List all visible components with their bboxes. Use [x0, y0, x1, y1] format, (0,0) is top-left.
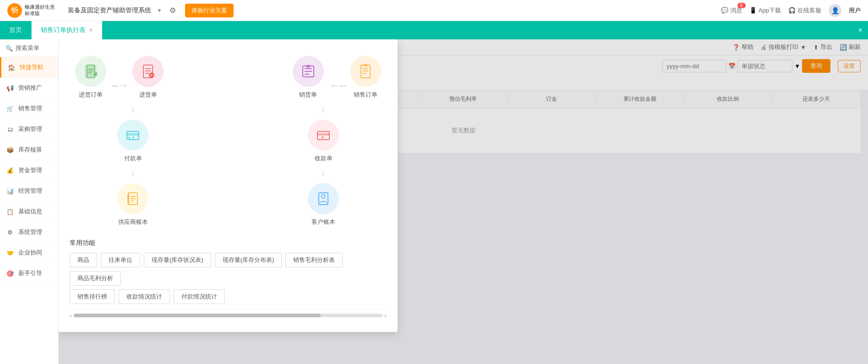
func-btn-partner[interactable]: 往来单位 [101, 253, 140, 267]
gear-icon[interactable]: ⚙ [169, 6, 176, 15]
sidebar-item-basic-info[interactable]: 📋 基础信息 [0, 201, 58, 222]
func-btn-sales-rank[interactable]: 销售排行榜 [70, 289, 115, 304]
sidebar: 🔍 搜索菜单 🏠 快捷导航 📢 营销推广 🛒 销售管理 🗂 采购管理 📦 库存核… [0, 39, 59, 364]
flow-item-sales-order[interactable]: 销售订单 [344, 50, 387, 104]
sidebar-item-newbie[interactable]: 🎯 新手引导 [0, 263, 58, 284]
svg-rect-21 [364, 64, 367, 67]
arrow-down-sales: ↓ [302, 104, 344, 114]
popup-overlay[interactable]: 进货订单 - - → 进货单 [59, 39, 868, 364]
sidebar-item-system[interactable]: ⚙ 系统管理 [0, 222, 58, 243]
flow-item-sales-out[interactable]: 销货单 [287, 50, 329, 104]
flow-circle-receipt: ¥ [308, 120, 339, 151]
scrollbar-thumb [74, 314, 321, 317]
operations-icon: 📊 [5, 186, 15, 196]
arrow-down-receipt: ↓ [302, 168, 344, 178]
message-icon: 💬 [721, 7, 728, 14]
flow-label-purchase-in: 进货单 [139, 91, 157, 99]
func-btn-payment-stats[interactable]: 付款情况统计 [174, 289, 225, 304]
svg-point-24 [128, 137, 130, 139]
finance-icon: 💰 [5, 166, 15, 175]
flow-label-sales-order: 销售订单 [354, 91, 377, 99]
tab-sales-order-label: 销售订单执行表 [41, 26, 86, 34]
scroll-right-icon[interactable]: › [384, 312, 387, 319]
header-right: 💬 消息 6 📱 App下载 🎧 在线客服 👤 用户 [721, 4, 861, 17]
flow-arrows-down: ↓ ↓ [70, 104, 387, 114]
sidebar-search[interactable]: 🔍 搜索菜单 [0, 39, 58, 57]
tab-close-icon[interactable]: × [89, 27, 93, 33]
func-btn-product[interactable]: 商品 [70, 253, 97, 267]
flow-circle-supplier-ledger [117, 183, 148, 214]
spacer-2 [154, 104, 302, 114]
sidebar-item-inventory[interactable]: 📦 库存核算 [0, 140, 58, 160]
flow-arrows-down-2: ↓ ↓ [70, 168, 387, 178]
experience-btn[interactable]: 体验行业方案 [185, 4, 234, 17]
arrow-po-to-pi: - - → [112, 79, 127, 104]
func-btn-product-margin[interactable]: 商品毛利分析 [70, 271, 121, 286]
online-service-action[interactable]: 🎧 在线客服 [788, 6, 821, 15]
svg-rect-30 [127, 194, 129, 203]
sidebar-item-marketing[interactable]: 📢 营销推广 [0, 78, 58, 98]
flow-circle-payment: ¥ [117, 120, 148, 151]
svg-rect-16 [306, 65, 310, 68]
func-btn-stock-dist[interactable]: 现存量(库存分布表) [215, 253, 282, 267]
user-avatar[interactable]: 👤 [829, 4, 841, 17]
sales-label: 销售管理 [18, 104, 42, 113]
scroll-left-icon[interactable]: ‹ [70, 312, 72, 319]
tab-sales-order[interactable]: 销售订单执行表 × [32, 21, 102, 39]
operations-label: 经营管理 [18, 187, 42, 195]
flow-label-customer-ledger: 客户账本 [311, 218, 335, 226]
phone-icon: 📱 [749, 7, 757, 14]
logo-area: 畅 畅康通好生意 标准版 [7, 3, 62, 18]
newbie-label: 新手引导 [18, 269, 42, 277]
system-label: 系统管理 [18, 228, 42, 236]
dropdown-arrow-icon[interactable]: ▼ [157, 7, 162, 14]
spacer-3 [344, 104, 387, 114]
logo-icon: 畅 [7, 3, 22, 18]
flow-row-2: ¥ 付款单 ¥ 收款单 [70, 114, 387, 168]
system-icon: ⚙ [5, 228, 15, 237]
nav-tabs: 首页 销售订单执行表 × × [0, 21, 868, 39]
content-area: ❓ 帮助 🖨 按模板打印 ▼ ⬆ 导出 🔄 刷新 [59, 39, 868, 364]
finance-label: 资金管理 [18, 166, 42, 174]
marketing-icon: 📢 [5, 83, 15, 92]
top-header: 畅 畅康通好生意 标准版 装备及固定资产辅助管理系统 ▼ ⚙ 体验行业方案 💬 … [0, 0, 868, 21]
sales-icon: 🛒 [5, 104, 15, 113]
tab-home[interactable]: 首页 [0, 21, 32, 39]
quick-nav-icon: 🏠 [7, 63, 16, 72]
flow-label-supplier-ledger: 供应商账本 [118, 218, 148, 226]
sidebar-item-operations[interactable]: 📊 经营管理 [0, 181, 58, 201]
user-name: 用户 [849, 6, 861, 15]
search-label: 搜索菜单 [16, 44, 39, 52]
quick-nav-label: 快捷导航 [20, 63, 44, 71]
flow-item-receipt[interactable]: ¥ 收款单 [302, 114, 344, 168]
scrollbar-track[interactable] [74, 314, 383, 317]
collab-label: 企业协同 [18, 249, 42, 257]
flow-item-purchase-order[interactable]: 进货订单 [70, 50, 112, 104]
app-download-action[interactable]: 📱 App下载 [749, 6, 781, 15]
sidebar-item-quick-nav[interactable]: 🏠 快捷导航 [0, 57, 58, 78]
main-layout: 🔍 搜索菜单 🏠 快捷导航 📢 营销推广 🛒 销售管理 🗂 采购管理 📦 库存核… [0, 39, 868, 364]
sidebar-item-finance[interactable]: 💰 资金管理 [0, 160, 58, 181]
sidebar-item-sales[interactable]: 🛒 销售管理 [0, 98, 58, 119]
popup-scrollbar: ‹ › [70, 310, 387, 321]
message-action[interactable]: 💬 消息 6 [721, 6, 742, 15]
basic-info-icon: 📋 [5, 207, 15, 216]
flow-circle-sales-order [350, 56, 381, 87]
nav-tab-window-close[interactable]: × [858, 26, 863, 34]
svg-rect-23 [127, 133, 139, 136]
flow-item-supplier-ledger[interactable]: 供应商账本 [112, 178, 154, 232]
flow-circle-purchase-order [75, 56, 106, 87]
svg-rect-17 [361, 65, 370, 78]
flow-item-customer-ledger[interactable]: 客户账本 [302, 178, 344, 232]
flow-circle-sales-out [293, 56, 324, 87]
func-btn-receipt-stats[interactable]: 收款情况统计 [119, 289, 170, 304]
func-btn-stock-status[interactable]: 现存量(库存状况表) [144, 253, 211, 267]
search-icon: 🔍 [5, 45, 13, 52]
sidebar-item-collab[interactable]: 🤝 企业协同 [0, 243, 58, 263]
flow-row-1: 进货订单 - - → 进货单 [70, 50, 387, 104]
sidebar-item-purchase[interactable]: 🗂 采购管理 [0, 119, 58, 140]
purchase-label: 采购管理 [18, 125, 42, 133]
flow-item-purchase-in[interactable]: 进货单 [127, 50, 169, 104]
flow-item-payment[interactable]: ¥ 付款单 [112, 114, 154, 168]
func-btn-sales-margin[interactable]: 销售毛利分析表 [285, 253, 343, 267]
